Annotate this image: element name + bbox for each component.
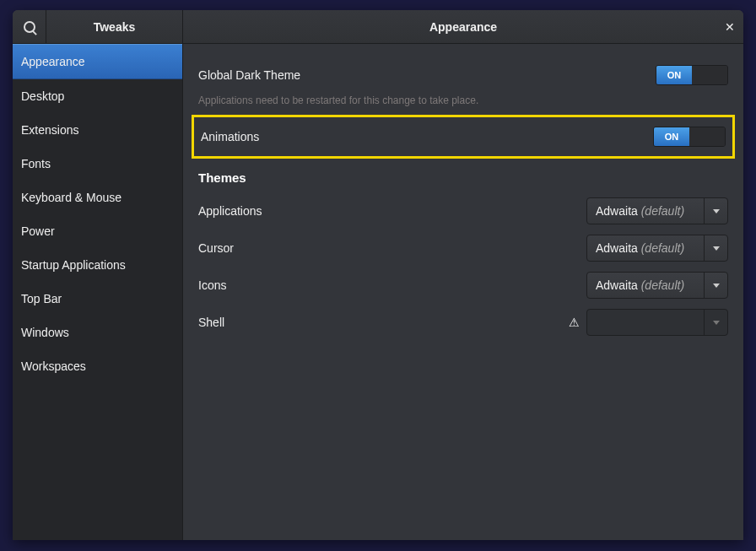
close-icon: ✕ bbox=[725, 20, 735, 34]
sidebar-title: Tweaks bbox=[46, 20, 182, 34]
sidebar-item-startup-applications[interactable]: Startup Applications bbox=[13, 248, 182, 282]
icons-theme-dropdown[interactable]: Adwaita (default) bbox=[586, 272, 728, 299]
sidebar-item-label: Workspaces bbox=[21, 359, 86, 373]
global-dark-theme-label: Global Dark Theme bbox=[198, 68, 656, 82]
applications-theme-dropdown[interactable]: Adwaita (default) bbox=[586, 197, 728, 224]
dropdown-value: Adwaita (default) bbox=[587, 241, 704, 255]
shell-theme-row: Shell ⚠ bbox=[198, 308, 728, 337]
toggle-off-side bbox=[692, 66, 727, 84]
sidebar-item-power[interactable]: Power bbox=[13, 214, 182, 248]
applications-theme-row: Applications Adwaita (default) bbox=[198, 197, 728, 225]
global-dark-theme-hint: Applications need to be restarted for th… bbox=[198, 95, 728, 106]
sidebar-item-label: Appearance bbox=[21, 55, 85, 68]
sidebar-item-fonts[interactable]: Fonts bbox=[13, 147, 182, 181]
content-panel: Global Dark Theme ON Applications need t… bbox=[183, 44, 743, 540]
cursor-theme-dropdown[interactable]: Adwaita (default) bbox=[586, 235, 728, 262]
animations-row: Animations ON bbox=[201, 122, 726, 151]
sidebar-item-label: Extensions bbox=[21, 123, 78, 137]
sidebar-item-windows[interactable]: Windows bbox=[13, 316, 182, 349]
animations-row-highlighted: Animations ON bbox=[192, 115, 735, 159]
global-dark-theme-row: Global Dark Theme ON bbox=[198, 61, 728, 89]
sidebar-item-appearance[interactable]: Appearance bbox=[13, 44, 182, 79]
sidebar-item-label: Top Bar bbox=[21, 292, 62, 305]
shell-theme-dropdown bbox=[586, 309, 728, 336]
themes-header: Themes bbox=[198, 170, 728, 185]
icons-theme-row: Icons Adwaita (default) bbox=[198, 271, 728, 300]
search-icon bbox=[24, 21, 35, 33]
sidebar-item-workspaces[interactable]: Workspaces bbox=[13, 349, 182, 383]
chevron-down-icon bbox=[704, 310, 727, 335]
applications-theme-label: Applications bbox=[198, 204, 586, 218]
titlebar-right: Appearance ✕ bbox=[183, 10, 743, 44]
chevron-down-icon bbox=[704, 235, 727, 261]
sidebar-item-label: Startup Applications bbox=[21, 258, 126, 272]
chevron-down-icon bbox=[704, 198, 727, 224]
shell-theme-label: Shell bbox=[198, 316, 569, 329]
animations-label: Animations bbox=[201, 130, 653, 143]
chevron-down-icon bbox=[704, 273, 727, 298]
sidebar-item-keyboard-mouse[interactable]: Keyboard & Mouse bbox=[13, 181, 182, 214]
page-title: Appearance bbox=[429, 20, 497, 34]
sidebar-item-desktop[interactable]: Desktop bbox=[13, 79, 182, 113]
dropdown-value: Adwaita (default) bbox=[587, 278, 704, 292]
sidebar-item-label: Windows bbox=[21, 326, 69, 339]
animations-toggle[interactable]: ON bbox=[653, 127, 726, 147]
toggle-off-side bbox=[689, 127, 725, 146]
dropdown-value: Adwaita (default) bbox=[587, 204, 704, 218]
close-button[interactable]: ✕ bbox=[725, 20, 735, 34]
icons-theme-label: Icons bbox=[198, 278, 586, 292]
global-dark-theme-toggle[interactable]: ON bbox=[656, 65, 728, 85]
tweaks-window: Tweaks Appearance ✕ Appearance Desktop E… bbox=[13, 10, 743, 540]
sidebar-item-label: Power bbox=[21, 224, 55, 238]
toggle-on-label: ON bbox=[654, 127, 689, 146]
sidebar-item-label: Keyboard & Mouse bbox=[21, 191, 122, 204]
warning-icon: ⚠ bbox=[569, 316, 580, 329]
sidebar-item-top-bar[interactable]: Top Bar bbox=[13, 282, 182, 316]
cursor-theme-label: Cursor bbox=[198, 241, 586, 255]
cursor-theme-row: Cursor Adwaita (default) bbox=[198, 234, 728, 262]
sidebar-item-label: Fonts bbox=[21, 157, 51, 170]
window-body: Appearance Desktop Extensions Fonts Keyb… bbox=[13, 44, 743, 540]
sidebar-item-extensions[interactable]: Extensions bbox=[13, 113, 182, 147]
titlebar: Tweaks Appearance ✕ bbox=[13, 10, 743, 44]
search-button[interactable] bbox=[13, 10, 46, 44]
titlebar-left: Tweaks bbox=[13, 10, 183, 44]
toggle-on-label: ON bbox=[656, 66, 692, 84]
sidebar-item-label: Desktop bbox=[21, 89, 64, 103]
sidebar: Appearance Desktop Extensions Fonts Keyb… bbox=[13, 44, 183, 540]
